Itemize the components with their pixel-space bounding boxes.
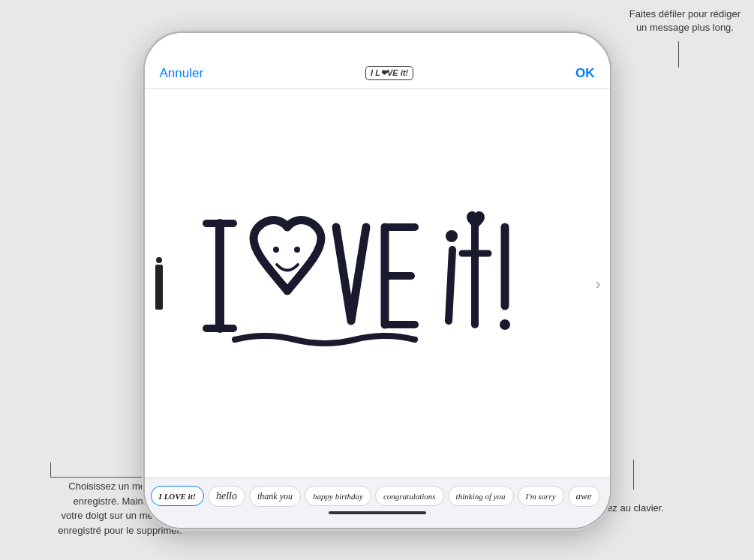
svg-point-0	[273, 247, 279, 253]
annotation-line-top-right	[678, 41, 680, 67]
top-bar-center: I L❤VE it!	[365, 66, 413, 80]
ok-button[interactable]: OK	[575, 66, 595, 81]
chip-congratulations[interactable]: congratulations	[375, 486, 444, 506]
chips-container: I LOVE it! hello thank you happy birthda…	[151, 484, 604, 508]
phone-frame: Annuler I L❤VE it! OK	[145, 33, 610, 528]
chip-hello[interactable]: hello	[208, 486, 245, 507]
annotation-line-bottom-right	[633, 460, 635, 490]
message-preview: I L❤VE it!	[365, 66, 413, 80]
pencil-tool-icon[interactable]	[155, 257, 163, 310]
bottom-chips-bar: I LOVE it! hello thank you happy birthda…	[145, 478, 610, 528]
chip-thankyou[interactable]: thank you	[249, 486, 301, 507]
cancel-button[interactable]: Annuler	[160, 66, 204, 81]
handwriting-display	[175, 178, 580, 388]
top-bar: Annuler I L❤VE it! OK	[145, 33, 610, 89]
annotation-top-right: Faites défiler pour rédigerun message pl…	[629, 7, 740, 34]
svg-point-2	[446, 230, 458, 242]
chip-imsorry[interactable]: I'm sorry	[518, 486, 564, 506]
svg-point-3	[500, 319, 510, 330]
chip-iloveit[interactable]: I LOVE it!	[151, 486, 205, 506]
svg-point-1	[294, 247, 300, 253]
drawing-canvas[interactable]: ›	[145, 89, 610, 478]
chip-awe[interactable]: awe	[568, 486, 600, 507]
home-indicator	[329, 511, 426, 514]
chip-happybirthday[interactable]: happy birthday	[305, 486, 371, 506]
app-screen: Annuler I L❤VE it! OK	[145, 33, 610, 528]
pencil-dot	[156, 257, 162, 263]
pencil-body	[155, 265, 163, 310]
scroll-right-chevron[interactable]: ›	[596, 274, 601, 292]
chip-thinkingofyou[interactable]: thinking of you	[448, 486, 514, 506]
